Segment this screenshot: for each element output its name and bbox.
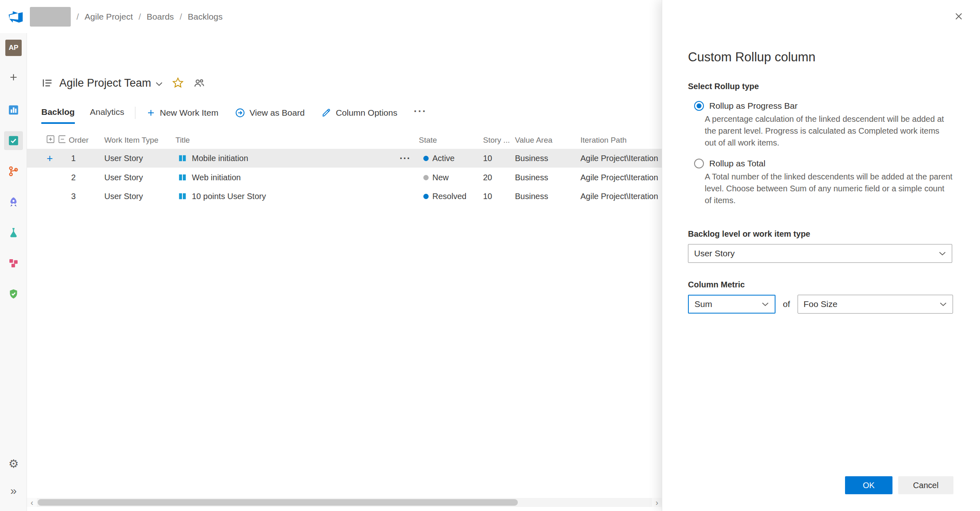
cell-state: Active [432, 154, 454, 163]
rollup-type-label: Select Rollup type [688, 82, 953, 91]
column-header-order[interactable]: Order [65, 136, 101, 145]
column-header-title[interactable]: Title [172, 136, 416, 145]
repos-icon [7, 165, 20, 177]
add-child-button[interactable]: + [47, 153, 53, 164]
scroll-right-button[interactable]: › [652, 498, 662, 507]
state-dot [423, 156, 429, 161]
team-name[interactable]: Agile Project Team [59, 77, 151, 90]
cell-order: 1 [65, 154, 101, 163]
gear-icon: ⚙ [8, 458, 18, 470]
team-members-button[interactable] [193, 77, 205, 89]
sidebar-item-artifacts[interactable] [0, 253, 27, 273]
pipelines-icon [7, 196, 20, 208]
ok-button[interactable]: OK [845, 476, 892, 494]
rollup-option-progress-bar-label[interactable]: Rollup as Progress Bar [709, 101, 798, 111]
dashboards-icon [7, 104, 20, 116]
cell-state: Resolved [432, 192, 466, 201]
arrow-circle-icon [235, 108, 245, 118]
column-header-state[interactable]: State [416, 136, 479, 145]
horizontal-scrollbar[interactable]: ‹ › [27, 498, 662, 507]
backlog-level-label: Backlog level or work item type [688, 229, 953, 239]
left-navigation-sidebar: AP ⚙ » [0, 33, 27, 511]
rollup-option-total-label[interactable]: Rollup as Total [709, 159, 765, 168]
expand-all-icon [47, 135, 54, 143]
more-options-icon: ··· [414, 106, 427, 117]
metric-field-dropdown[interactable]: Foo Size [798, 295, 953, 314]
expand-all-button[interactable] [47, 135, 54, 145]
column-header-story-points[interactable]: Story ... [479, 136, 512, 145]
rollup-option-total[interactable]: Rollup as Total [694, 159, 953, 168]
panel-footer: OK Cancel [845, 476, 953, 494]
sidebar-expand-button[interactable]: » [0, 481, 27, 501]
team-header: Agile Project Team [41, 73, 205, 93]
backlog-table-header: Order Work Item Type Title State Story .… [27, 131, 662, 149]
plus-icon [8, 72, 19, 83]
backlog-level-value: User Story [694, 249, 735, 258]
cell-order: 2 [65, 173, 101, 182]
tab-and-toolbar-row: Backlog Analytics New Work Item View as … [41, 102, 443, 124]
rollup-option-progress-bar[interactable]: Rollup as Progress Bar [694, 101, 953, 111]
tab-backlog[interactable]: Backlog [41, 102, 75, 124]
new-work-item-button[interactable]: New Work Item [146, 108, 218, 118]
table-row[interactable]: 2 User Story Web initiation New 20 Busin… [27, 168, 662, 187]
sidebar-item-compliance[interactable] [0, 284, 27, 304]
panel-close-button[interactable] [951, 9, 966, 24]
radio-unselected-icon[interactable] [694, 159, 704, 168]
breadcrumb-project[interactable]: Agile Project [85, 12, 133, 22]
tab-analytics[interactable]: Analytics [90, 102, 124, 124]
collapse-all-button[interactable] [58, 135, 65, 145]
azure-devops-logo[interactable] [7, 9, 24, 25]
people-icon [193, 77, 205, 89]
breadcrumb-organization[interactable] [30, 7, 71, 27]
backlog-content-area: Agile Project Team Backlog Analytics New… [27, 33, 662, 511]
column-header-iteration-path[interactable]: Iteration Path [577, 136, 662, 145]
breadcrumb-boards[interactable]: Boards [147, 12, 174, 22]
cell-story-points: 10 [479, 192, 512, 201]
state-dot [423, 175, 429, 180]
sidebar-item-boards[interactable] [0, 131, 27, 150]
close-icon [954, 11, 964, 21]
settings-button[interactable]: ⚙ [0, 454, 27, 474]
work-item-title-link[interactable]: 10 points User Story [192, 192, 266, 201]
table-row[interactable]: + 1 User Story Mobile initiation ··· Act… [27, 149, 662, 168]
table-row[interactable]: 3 User Story 10 points User Story Resolv… [27, 187, 662, 206]
scrollbar-track[interactable] [37, 498, 652, 507]
user-story-icon [178, 192, 187, 201]
rollup-option-progress-bar-description: A percentage calculation of the linked d… [705, 113, 953, 149]
sidebar-item-repos[interactable] [0, 161, 27, 181]
breadcrumb-backlogs[interactable]: Backlogs [188, 12, 223, 22]
cell-work-item-type: User Story [101, 154, 172, 163]
view-as-board-button[interactable]: View as Board [235, 108, 305, 118]
more-options-button[interactable]: ··· [414, 109, 427, 117]
custom-rollup-column-panel: Custom Rollup column Select Rollup type … [662, 0, 980, 511]
work-item-title-link[interactable]: Mobile initiation [192, 154, 248, 163]
chevron-down-icon[interactable] [155, 82, 163, 86]
sidebar-item-dashboards[interactable] [0, 100, 27, 120]
column-options-label: Column Options [336, 108, 398, 118]
shield-check-icon [7, 288, 20, 300]
sidebar-item-pipelines[interactable] [0, 192, 27, 212]
cancel-button[interactable]: Cancel [898, 476, 953, 494]
column-options-button[interactable]: Column Options [321, 108, 398, 118]
favorite-button[interactable] [172, 77, 184, 89]
cell-state: New [432, 173, 449, 182]
backlog-level-dropdown[interactable]: User Story [688, 244, 952, 263]
sidebar-item-test-plans[interactable] [0, 223, 27, 242]
scrollbar-thumb[interactable] [38, 499, 518, 506]
plus-icon [146, 108, 156, 118]
column-header-value-area[interactable]: Value Area [512, 136, 577, 145]
panel-title: Custom Rollup column [688, 50, 953, 65]
metric-operation-dropdown[interactable]: Sum [688, 295, 775, 314]
metric-operation-value: Sum [695, 299, 712, 309]
chevron-down-icon [939, 251, 946, 256]
work-item-title-link[interactable]: Web initiation [192, 173, 241, 182]
rollup-option-total-description: A Total number of the linked descendents… [705, 171, 953, 206]
project-avatar[interactable]: AP [0, 38, 27, 58]
cell-iteration-path: Agile Project\Iteration [577, 154, 662, 163]
scroll-left-button[interactable]: ‹ [27, 498, 37, 507]
sidebar-add-button[interactable] [0, 67, 27, 87]
row-context-menu-button[interactable]: ··· [400, 156, 411, 160]
radio-selected-icon[interactable] [694, 101, 704, 111]
cell-order: 3 [65, 192, 101, 201]
column-header-work-item-type[interactable]: Work Item Type [101, 136, 172, 145]
